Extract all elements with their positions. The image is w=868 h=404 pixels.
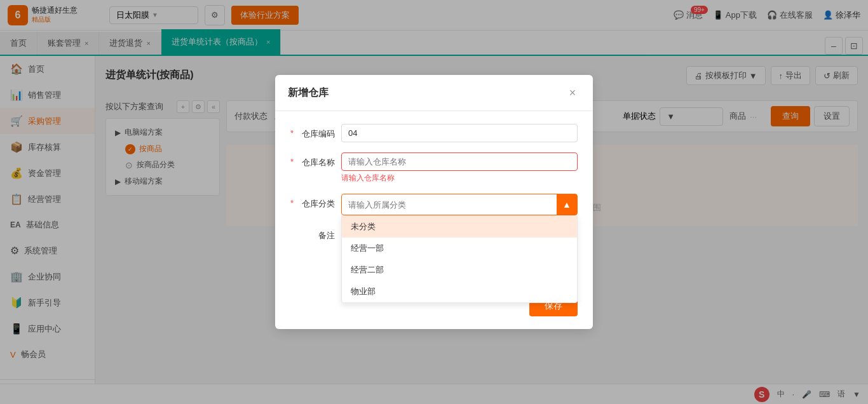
dropdown-item-dept1[interactable]: 经营一部: [342, 238, 577, 259]
warehouse-name-input[interactable]: [341, 152, 578, 171]
category-arrow-button[interactable]: ▲: [557, 194, 577, 215]
modal-close-button[interactable]: ×: [565, 85, 580, 100]
warehouse-category-label: 仓库分类: [290, 194, 341, 210]
modal-title: 新增仓库: [288, 86, 329, 100]
remark-label: 备注: [290, 226, 341, 241]
category-wrapper: ▲ 未分类 经营一部 经营二部 物业部: [341, 194, 578, 215]
category-input-row: ▲: [341, 194, 578, 215]
warehouse-code-row: 仓库编码: [290, 124, 578, 142]
modal-overlay: 新增仓库 × 仓库编码 仓库名称 请输入仓库名称 仓库分类: [0, 0, 868, 404]
dropdown-item-dept2[interactable]: 经营二部: [342, 259, 577, 281]
category-input[interactable]: [342, 196, 557, 213]
warehouse-code-field: [341, 124, 578, 142]
modal-header: 新增仓库 ×: [275, 75, 593, 111]
dropdown-item-uncategorized[interactable]: 未分类: [342, 216, 577, 238]
warehouse-name-error: 请输入仓库名称: [341, 173, 578, 184]
new-warehouse-modal: 新增仓库 × 仓库编码 仓库名称 请输入仓库名称 仓库分类: [275, 75, 593, 329]
warehouse-code-label: 仓库编码: [290, 124, 341, 140]
warehouse-name-label: 仓库名称: [290, 152, 341, 168]
modal-body: 仓库编码 仓库名称 请输入仓库名称 仓库分类: [275, 111, 593, 288]
warehouse-name-field: 请输入仓库名称: [341, 152, 578, 184]
chevron-up-icon: ▲: [562, 199, 571, 210]
dropdown-item-dept3[interactable]: 物业部: [342, 281, 577, 302]
warehouse-code-input[interactable]: [341, 124, 578, 142]
warehouse-name-row: 仓库名称 请输入仓库名称: [290, 152, 578, 184]
category-dropdown-list: 未分类 经营一部 经营二部 物业部: [341, 215, 578, 303]
warehouse-category-row: 仓库分类 ▲ 未分类 经营一部 经营二部 物业部: [290, 194, 578, 215]
warehouse-category-field: ▲ 未分类 经营一部 经营二部 物业部: [341, 194, 578, 215]
